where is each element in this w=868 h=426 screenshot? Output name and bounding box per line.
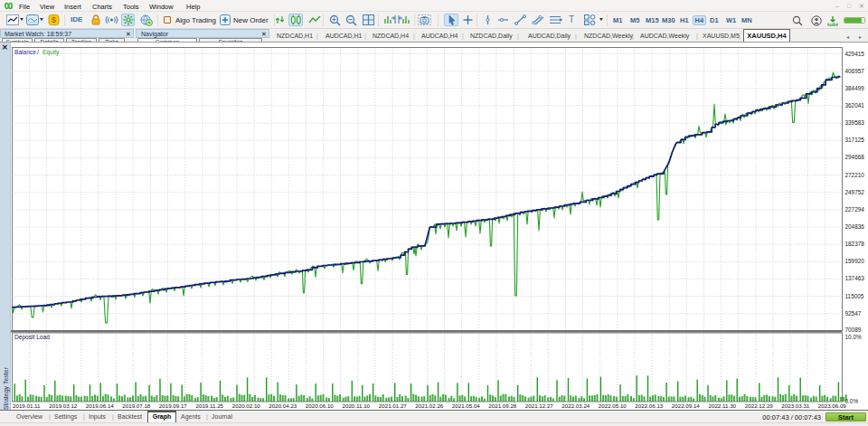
svg-text:2021.12.27: 2021.12.27 (525, 402, 554, 409)
svg-text:Equity: Equity (42, 49, 60, 56)
svg-text:10.0%: 10.0% (845, 334, 862, 340)
svg-text:2022.11.30: 2022.11.30 (709, 402, 737, 409)
svg-text:137463: 137463 (845, 275, 865, 281)
svg-text:Deposit Load: Deposit Load (14, 334, 50, 341)
svg-text:204836: 204836 (845, 223, 865, 230)
svg-text:2020.02.10: 2020.02.10 (232, 402, 261, 409)
svg-text:249752: 249752 (845, 189, 865, 195)
svg-text:92547: 92547 (845, 310, 862, 317)
svg-text:2019.06.14: 2019.06.14 (86, 402, 115, 409)
svg-text:227294: 227294 (845, 206, 865, 213)
svg-text:2021.05.04: 2021.05.04 (452, 402, 481, 409)
svg-text:406957: 406957 (845, 68, 865, 74)
svg-text:294668: 294668 (845, 154, 865, 160)
svg-text:2020.11.10: 2020.11.10 (343, 402, 371, 409)
svg-text:362041: 362041 (845, 102, 865, 109)
svg-text:2022.05.10: 2022.05.10 (599, 402, 627, 409)
svg-text:0.0%: 0.0% (845, 398, 859, 404)
svg-text:Balance: Balance (14, 49, 36, 55)
svg-text:429415: 429415 (845, 51, 865, 57)
svg-text:2019.07.18: 2019.07.18 (122, 402, 151, 409)
svg-text:$: $ (52, 15, 56, 24)
svg-text:159920: 159920 (845, 258, 865, 264)
svg-text:2020.04.23: 2020.04.23 (269, 402, 297, 409)
svg-text:339583: 339583 (845, 119, 865, 126)
svg-text:2019.11.25: 2019.11.25 (196, 402, 224, 409)
svg-text:2023.06.09: 2023.06.09 (818, 402, 847, 409)
svg-text:384499: 384499 (845, 85, 865, 91)
svg-text:115005: 115005 (845, 293, 864, 299)
svg-text:2021.02.26: 2021.02.26 (415, 402, 444, 409)
svg-text:2019.03.12: 2019.03.12 (49, 402, 78, 409)
svg-text:2023.03.31: 2023.03.31 (781, 402, 810, 409)
svg-text:2019.01.11: 2019.01.11 (13, 402, 41, 409)
svg-text:2022.03.24: 2022.03.24 (561, 402, 590, 409)
svg-text:2021.09.28: 2021.09.28 (488, 402, 517, 409)
svg-text:317125: 317125 (845, 137, 865, 143)
svg-text:2020.06.10: 2020.06.10 (306, 402, 335, 409)
svg-text:2022.12.29: 2022.12.29 (745, 402, 774, 409)
svg-text:70089: 70089 (845, 327, 862, 333)
svg-text:2022.09.14: 2022.09.14 (672, 402, 701, 409)
svg-text:/: / (37, 49, 39, 55)
svg-text:LVE: LVE (830, 23, 836, 26)
svg-text:2021.01.27: 2021.01.27 (379, 402, 408, 409)
svg-text:182378: 182378 (845, 241, 865, 247)
svg-text:2019.09.17: 2019.09.17 (159, 402, 188, 409)
svg-text:2022.06.13: 2022.06.13 (635, 402, 664, 409)
svg-text:272210: 272210 (845, 172, 865, 178)
